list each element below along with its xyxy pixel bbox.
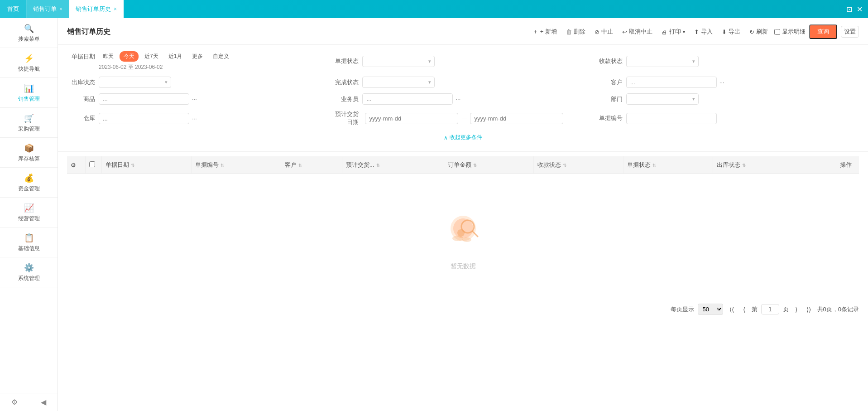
window-restore[interactable]: ⊡ [846,5,852,14]
query-button[interactable]: 查询 [809,24,837,39]
complete-status-select[interactable] [362,77,435,88]
col-settings[interactable]: ⚙ [67,156,85,174]
department-select[interactable] [626,93,699,105]
customer-label: 客户 [595,78,626,87]
brand-text: OfTEn [817,202,841,210]
sidebar-item-finance[interactable]: 💰 资金管理 [0,168,58,198]
col-delivery[interactable]: 预计交货... ⇅ [342,156,444,174]
col-amount[interactable]: 订单金额 ⇅ [444,156,533,174]
tab-home[interactable]: 首页 [0,0,27,18]
col-payment-status[interactable]: 收款状态 ⇅ [533,156,623,174]
prev-page-btn[interactable]: ⟨ [740,305,748,314]
print-button[interactable]: 🖨 打印 ▾ [659,26,688,37]
new-button[interactable]: ＋ + 新增 [530,26,560,37]
basic-info-icon: 📋 [24,233,34,243]
delete-button[interactable]: 🗑 删除 [563,26,588,37]
date-btn-7days[interactable]: 近7天 [140,51,163,62]
sidebar-settings-icon[interactable]: ⚙ [11,398,18,406]
payment-status-label: 收款状态 [595,57,626,65]
col-date[interactable]: 单据日期 ⇅ [101,156,191,174]
content-area: 销售订单历史 ＋ + 新增 🗑 删除 ⊘ 中止 ↩ [58,18,868,411]
customer-input[interactable] [626,77,717,88]
table-area: ⚙ 单据日期 ⇅ [58,156,868,289]
first-page-btn[interactable]: ⟨⟨ [727,305,737,314]
sidebar-item-operations[interactable]: 📈 经营管理 [0,198,58,227]
select-all-checkbox[interactable] [89,161,95,167]
date-dash: — [461,115,467,122]
page-input[interactable] [761,304,779,314]
tab-sales-order-history-close[interactable]: × [114,6,117,12]
date-btn-more[interactable]: 更多 [188,51,207,62]
per-page-select[interactable]: 10 20 50 100 [698,304,723,315]
date-btn-1month[interactable]: 近1月 [164,51,187,62]
sidebar-item-search-menu[interactable]: 🔍 搜索菜单 [0,18,58,48]
export-label: 导出 [729,28,740,36]
sidebar-item-sales-mgmt[interactable]: 📊 销售管理 [0,78,58,108]
date-btn-custom[interactable]: 自定义 [209,51,233,62]
page-title: 销售订单历史 [67,27,110,37]
col-number[interactable]: 单据编号 ⇅ [191,156,281,174]
col-settings-icon[interactable]: ⚙ [71,162,76,169]
stop-icon: ⊘ [595,29,599,35]
import-button[interactable]: ⬆ 导入 [691,26,715,37]
export-button[interactable]: ⬇ 导出 [719,26,743,37]
date-btn-yesterday[interactable]: 昨天 [99,51,118,62]
delivery-date-start-group: 📅 [365,113,459,124]
tab-sales-order-close[interactable]: × [59,6,62,12]
display-detail-checkbox[interactable] [774,29,780,35]
collapse-bar[interactable]: ∧ 收起更多条件 [67,132,859,145]
new-label: + 新增 [540,28,557,36]
col-doc-status[interactable]: 单据状态 ⇅ [623,156,713,174]
sidebar-item-quick-nav[interactable]: ⚡ 快捷导航 [0,48,58,78]
delete-label: 删除 [574,28,585,36]
warehouse-more-btn[interactable]: ··· [189,114,200,123]
next-page-btn[interactable]: ⟩ [792,305,800,314]
delivery-date-end[interactable] [470,113,563,124]
tab-sales-order-history[interactable]: 销售订单历史 × [69,0,124,18]
sidebar-item-inventory[interactable]: 📦 库存核算 [0,138,58,168]
refresh-button[interactable]: ↻ 刷新 [747,26,771,37]
display-detail-toggle[interactable]: 显示明细 [774,28,806,36]
col-out-status[interactable]: 出库状态 ⇅ [713,156,803,174]
product-input[interactable] [99,93,189,105]
tab-sales-order-history-label: 销售订单历史 [76,5,111,13]
cancel-stop-button[interactable]: ↩ 取消中止 [619,26,655,37]
stop-button[interactable]: ⊘ 中止 [592,26,616,37]
window-close[interactable]: ✕ [857,5,863,14]
sidebar-item-purchase-mgmt[interactable]: 🛒 采购管理 [0,108,58,138]
doc-status-select[interactable] [362,56,435,67]
refresh-icon: ↻ [749,29,754,35]
customer-more-btn[interactable]: ··· [717,78,727,87]
salesperson-more-btn[interactable]: ··· [453,95,463,103]
sidebar-collapse-icon[interactable]: ◀ [41,398,46,406]
sidebar-item-quick-nav-label: 快捷导航 [18,65,40,73]
out-status-select[interactable] [99,77,171,88]
doc-number-label: 单据编号 [595,114,626,122]
col-payment-status-sort-icon: ⇅ [563,163,566,168]
top-bar: 首页 销售订单 × 销售订单历史 × OfTEn ⊡ ✕ [0,0,868,18]
sidebar-item-basic-info[interactable]: 📋 基础信息 [0,227,58,257]
product-more-btn[interactable]: ··· [189,95,200,103]
total-text: 共0页，0条记录 [817,305,859,314]
stop-label: 中止 [601,28,613,36]
new-icon: ＋ [532,28,538,36]
sidebar-item-sys-mgmt[interactable]: ⚙️ 系统管理 [0,257,58,287]
department-label: 部门 [595,95,626,103]
col-customer-label: 客户 [285,161,297,169]
empty-row: 暂无数据 [67,174,859,289]
doc-number-input[interactable] [626,113,717,124]
tab-sales-order[interactable]: 销售订单 × [27,0,69,18]
col-checkbox[interactable] [85,156,101,174]
last-page-btn[interactable]: ⟩⟩ [804,305,814,314]
col-delivery-label: 预计交货... [346,161,374,169]
salesperson-input[interactable] [362,93,453,105]
date-btn-today[interactable]: 今天 [120,51,139,62]
warehouse-input[interactable] [99,113,189,124]
delivery-date-start[interactable] [365,113,458,124]
col-date-sort-icon: ⇅ [131,163,134,168]
page-label-prefix: 第 [752,305,758,314]
settings-button[interactable]: 设置 [841,26,859,38]
payment-status-select[interactable] [626,56,699,67]
date-quick-btns: 昨天 今天 近7天 近1月 更多 自定义 [99,51,233,62]
col-customer[interactable]: 客户 ⇅ [281,156,342,174]
